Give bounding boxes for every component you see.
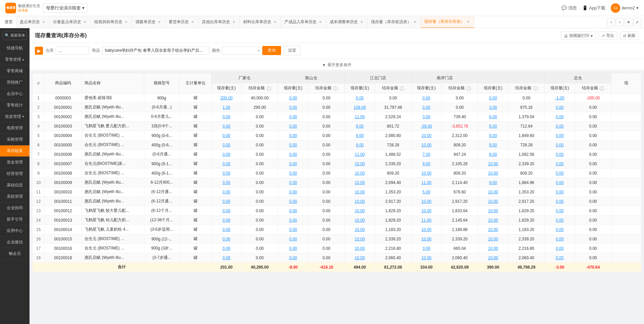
table-cell[interactable]: 0.00 xyxy=(278,216,308,225)
table-cell[interactable]: 0.00 xyxy=(545,122,575,131)
sidebar-item-retail-shop[interactable]: 零售商城 xyxy=(0,65,30,77)
table-cell[interactable]: 1.00 xyxy=(211,103,241,112)
goods-input[interactable] xyxy=(102,47,209,55)
tab-close-icon[interactable]: ✕ xyxy=(231,20,236,25)
user-menu[interactable]: Ea demo2 ▾ xyxy=(611,3,639,13)
table-cell[interactable]: 0.00 xyxy=(545,187,575,197)
table-cell[interactable]: 10.00 xyxy=(411,253,441,263)
table-cell[interactable]: 10.00 xyxy=(411,225,441,234)
sidebar-item-new-guide[interactable]: 新手引导 xyxy=(0,214,30,225)
sidebar-item-super-member[interactable]: 畅会员 xyxy=(0,248,30,260)
table-cell[interactable]: 0.00 xyxy=(545,225,575,234)
info-icon[interactable]: i xyxy=(600,86,604,91)
table-cell[interactable]: 0.00 xyxy=(278,244,308,253)
table-cell[interactable]: 10.00 xyxy=(345,178,375,187)
tab-close-icon[interactable]: ✕ xyxy=(413,20,417,25)
settings-icon[interactable]: ⚙ xyxy=(37,81,40,86)
table-cell[interactable]: 10.00 xyxy=(478,253,508,263)
table-cell[interactable]: 9.00 xyxy=(345,131,375,140)
table-cell[interactable]: 0.00 xyxy=(278,122,308,131)
tab-close-icon[interactable]: ✕ xyxy=(157,20,162,25)
table-cell[interactable]: 9.00 xyxy=(411,159,441,169)
table-cell[interactable]: 3.00 xyxy=(411,112,441,122)
table-cell[interactable]: 0.00 xyxy=(545,112,575,122)
table-cell[interactable]: -39.00 xyxy=(411,122,441,131)
table-cell[interactable]: 200.00 xyxy=(211,93,241,103)
refresh-btn[interactable]: ↺ 刷新 xyxy=(620,32,639,40)
table-cell[interactable]: 8.00 xyxy=(478,122,508,131)
sidebar-item-retail-stats[interactable]: 零售统计 xyxy=(0,100,30,111)
table-cell[interactable]: 9.00 xyxy=(478,140,508,150)
sidebar-item-enterprise-collab[interactable]: 企业协同 xyxy=(0,202,30,214)
table-cell[interactable]: 0.00 xyxy=(278,112,308,122)
tab-inventory-count[interactable]: 盘点单历史 ✕ xyxy=(16,16,50,28)
table-cell[interactable]: 0.00 xyxy=(278,253,308,263)
table-cell[interactable]: 10.00 xyxy=(411,140,441,150)
tab-close-icon[interactable]: ✕ xyxy=(190,20,195,25)
sidebar-item-marketing[interactable]: 营销推广 xyxy=(0,77,30,88)
table-cell[interactable]: 11.00 xyxy=(411,178,441,187)
table-cell[interactable]: 9.00 xyxy=(345,122,375,131)
table-cell[interactable]: 0.00 xyxy=(211,112,241,122)
table-cell[interactable]: 10.00 xyxy=(411,169,441,178)
table-cell[interactable]: 10.00 xyxy=(478,216,508,225)
sidebar-item-stock[interactable]: 库存核算 xyxy=(0,145,30,157)
table-cell[interactable]: 0.00 xyxy=(278,187,308,197)
tab-stock-dist[interactable]: 现存量（库存分布表） ✕ xyxy=(421,16,474,28)
info-icon[interactable]: i xyxy=(267,86,271,91)
table-cell[interactable]: 3.00 xyxy=(478,103,508,112)
table-cell[interactable]: 0.00 xyxy=(545,159,575,169)
table-cell[interactable]: 10.00 xyxy=(345,234,375,244)
table-cell[interactable]: 0.00 xyxy=(278,150,308,159)
batch-print-btn[interactable]: 🖨 按模版打印 ▾ xyxy=(561,32,596,40)
table-cell[interactable]: 10.00 xyxy=(345,253,375,263)
table-cell[interactable]: 0.00 xyxy=(211,216,241,225)
table-cell[interactable]: 0.00 xyxy=(545,103,575,112)
table-cell[interactable]: 10.00 xyxy=(345,225,375,234)
tab-prev-btn[interactable]: ‹ xyxy=(607,18,615,26)
table-cell[interactable]: 0.00 xyxy=(211,150,241,159)
table-cell[interactable]: 0.00 xyxy=(278,103,308,112)
table-cell[interactable]: 0.00 xyxy=(211,131,241,140)
table-cell[interactable]: 10.00 xyxy=(478,159,508,169)
sidebar-item-wholesale[interactable]: 批发管理 ▼ xyxy=(0,111,30,123)
tab-next-btn[interactable]: › xyxy=(616,18,624,26)
table-cell[interactable]: 0.00 xyxy=(278,225,308,234)
table-cell[interactable]: 0.00 xyxy=(211,197,241,206)
tab-close-icon[interactable]: ✕ xyxy=(83,20,87,25)
table-cell[interactable]: 10.00 xyxy=(478,187,508,197)
table-cell[interactable]: 0.00 xyxy=(211,140,241,150)
sidebar-item-system[interactable]: 系统管理 xyxy=(0,191,30,202)
table-cell[interactable]: 0.00 xyxy=(278,206,308,216)
tab-expand-btn[interactable]: ⤢ xyxy=(633,18,641,26)
color-input[interactable] xyxy=(222,47,262,55)
message-btn[interactable]: 💬 消息 xyxy=(561,5,577,11)
table-cell[interactable]: 10.00 xyxy=(345,187,375,197)
tab-transfer[interactable]: 调拨单历史 ✕ xyxy=(132,16,165,28)
table-cell[interactable]: 10.00 xyxy=(411,234,441,244)
table-cell[interactable]: 0.00 xyxy=(278,178,308,187)
table-cell[interactable]: 0.00 xyxy=(278,140,308,150)
sidebar-item-finance[interactable]: 资金管理 xyxy=(0,157,30,168)
table-cell[interactable]: -1.00 xyxy=(545,93,575,103)
tab-other-outbound[interactable]: 其他出库单历史 ✕ xyxy=(199,16,240,28)
table-cell[interactable]: 0.00 xyxy=(278,169,308,178)
table-cell[interactable]: 0.00 xyxy=(211,206,241,216)
table-cell[interactable]: 0.00 xyxy=(211,234,241,244)
table-cell[interactable]: 0.00 xyxy=(211,187,241,197)
table-cell[interactable]: 0.00 xyxy=(545,206,575,216)
tab-close-all-btn[interactable]: ✕ xyxy=(625,18,633,26)
table-cell[interactable]: 0.00 xyxy=(545,253,575,263)
info-icon[interactable]: i xyxy=(467,86,471,91)
table-cell[interactable]: 8.00 xyxy=(478,150,508,159)
tab-close-icon[interactable]: ✕ xyxy=(318,20,323,25)
table-cell[interactable]: 10.00 xyxy=(345,197,375,206)
sidebar-item-operations[interactable]: 经营管理 xyxy=(0,168,30,180)
table-cell[interactable]: 10.00 xyxy=(478,234,508,244)
table-cell[interactable]: 0.00 xyxy=(478,93,508,103)
tab-material-outbound[interactable]: 材料出库单历史 ✕ xyxy=(240,16,281,28)
table-cell[interactable]: 0.00 xyxy=(211,178,241,187)
table-cell[interactable]: 0.00 xyxy=(211,122,241,131)
table-cell[interactable]: 0.00 xyxy=(545,216,575,225)
table-cell[interactable]: 11.00 xyxy=(411,216,441,225)
